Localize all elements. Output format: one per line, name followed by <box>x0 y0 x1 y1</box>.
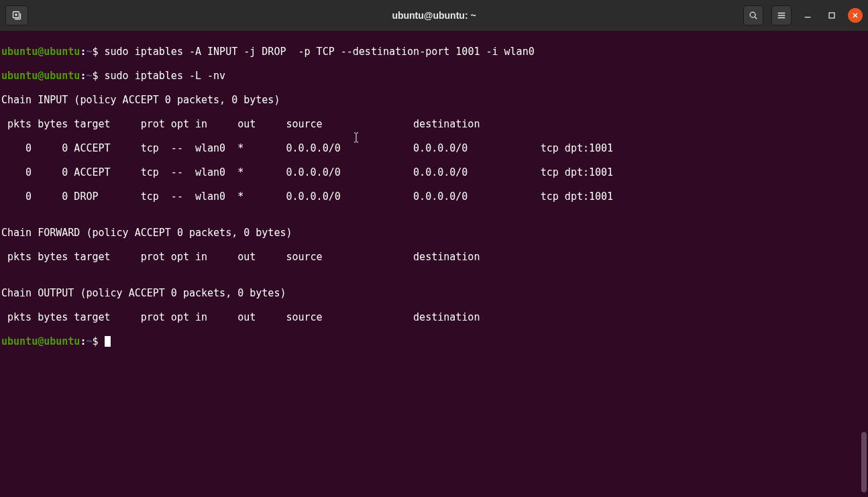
terminal-output[interactable]: ubuntu@ubuntu:~$ sudo iptables -A INPUT … <box>0 31 868 360</box>
hamburger-menu-icon <box>777 11 786 20</box>
prompt-user: ubuntu@ubuntu <box>1 335 80 347</box>
prompt-dollar: $ <box>92 335 98 347</box>
svg-point-1 <box>750 12 755 17</box>
command-text: sudo iptables -L -nv <box>99 70 226 82</box>
command-text: sudo iptables -A INPUT -j DROP -p TCP --… <box>99 46 535 58</box>
minimize-button[interactable] <box>800 7 816 23</box>
minimize-icon <box>803 11 812 20</box>
new-tab-icon <box>11 10 22 21</box>
hamburger-menu-button[interactable] <box>771 5 792 25</box>
new-tab-button[interactable] <box>5 5 28 25</box>
output-line: 0 0 ACCEPT tcp -- wlan0 * 0.0.0.0/0 0.0.… <box>1 166 867 178</box>
maximize-button[interactable] <box>824 7 840 23</box>
maximize-icon <box>827 11 836 20</box>
command-input[interactable] <box>99 335 105 347</box>
output-line: 0 0 DROP tcp -- wlan0 * 0.0.0.0/0 0.0.0.… <box>1 190 867 203</box>
terminal-line: ubuntu@ubuntu:~$ sudo iptables -A INPUT … <box>1 46 867 58</box>
output-line: pkts bytes target prot opt in out source… <box>1 251 867 263</box>
prompt-dollar: $ <box>92 70 98 82</box>
search-icon <box>749 11 758 20</box>
output-line: Chain FORWARD (policy ACCEPT 0 packets, … <box>1 227 867 239</box>
prompt-user: ubuntu@ubuntu <box>1 46 80 58</box>
close-icon <box>852 12 859 19</box>
terminal-line: ubuntu@ubuntu:~$ <box>1 335 867 347</box>
window-controls <box>743 5 863 25</box>
titlebar: ubuntu@ubuntu: ~ <box>0 0 868 31</box>
search-button[interactable] <box>743 5 763 25</box>
output-line: pkts bytes target prot opt in out source… <box>1 311 867 323</box>
svg-rect-2 <box>829 13 834 18</box>
terminal-line: ubuntu@ubuntu:~$ sudo iptables -L -nv <box>1 70 867 82</box>
prompt-user: ubuntu@ubuntu <box>1 70 80 82</box>
prompt-dollar: $ <box>92 46 98 58</box>
output-line: Chain INPUT (policy ACCEPT 0 packets, 0 … <box>1 94 867 106</box>
output-line: pkts bytes target prot opt in out source… <box>1 118 867 130</box>
cursor-block <box>105 336 111 347</box>
output-line: Chain OUTPUT (policy ACCEPT 0 packets, 0… <box>1 287 867 299</box>
scrollbar-thumb[interactable] <box>861 432 867 492</box>
close-button[interactable] <box>848 8 863 23</box>
window-title: ubuntu@ubuntu: ~ <box>392 10 476 21</box>
output-line: 0 0 ACCEPT tcp -- wlan0 * 0.0.0.0/0 0.0.… <box>1 142 867 154</box>
